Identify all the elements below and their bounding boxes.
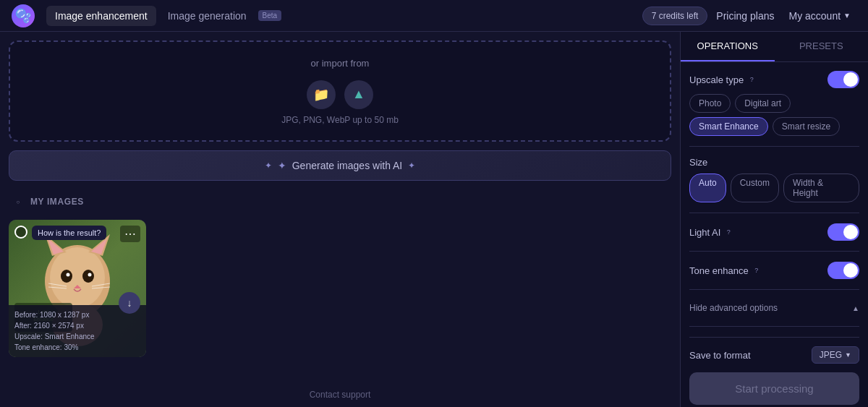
nav-tab-generation[interactable]: Image generation — [159, 6, 255, 26]
main: or import from 📁 ▲ JPG, PNG, WebP up to … — [0, 32, 868, 407]
tone-enhance-row: Tone enhance ? — [689, 262, 859, 279]
divider-5 — [689, 326, 859, 327]
generate-images-button[interactable]: ✦ ✦ Generate images with AI ✦ — [9, 150, 671, 181]
drive-button[interactable]: ▲ — [344, 80, 373, 109]
format-select[interactable]: JPEG ▼ — [812, 346, 859, 364]
sparkle-center-icon: ✦ — [278, 160, 286, 171]
tone-enhance-info-icon[interactable]: ? — [752, 265, 762, 275]
chevron-up-icon: ▲ — [852, 304, 859, 312]
image-menu-button[interactable]: ⋯ — [120, 226, 140, 242]
format-value: JPEG — [820, 350, 842, 360]
folder-icon: 📁 — [313, 87, 329, 103]
tone-enhance-toggle-knob — [843, 263, 858, 278]
sparkle-left-icon: ✦ — [265, 160, 272, 171]
collapse-icon[interactable]: ○ — [12, 195, 25, 208]
tone-enhance-toggle[interactable] — [827, 262, 859, 279]
after-info: After: 2160 × 2574 px — [14, 320, 140, 331]
divider-3 — [689, 251, 859, 252]
upscale-type-toggle[interactable] — [827, 71, 859, 88]
account-label: My account — [789, 10, 841, 22]
nav-tab-enhancement[interactable]: Image enhancement — [46, 6, 156, 26]
divider-2 — [689, 213, 859, 213]
type-option-smart-resize[interactable]: Smart resize — [773, 117, 840, 136]
upload-area[interactable]: or import from 📁 ▲ JPG, PNG, WebP up to … — [9, 40, 671, 142]
size-option-width-height[interactable]: Width & Height — [783, 173, 859, 202]
size-option-custom[interactable]: Custom — [731, 173, 779, 202]
format-row: Save to format JPEG ▼ — [689, 337, 859, 364]
type-option-digital-art[interactable]: Digital art — [735, 94, 791, 113]
chevron-down-icon: ▼ — [845, 351, 851, 359]
tab-presets[interactable]: PRESETS — [775, 32, 869, 61]
svg-point-2 — [50, 247, 105, 308]
start-processing-button[interactable]: Start processing — [689, 372, 859, 405]
tone-enhance-text: Tone enhance — [689, 265, 749, 276]
light-ai-row: Light AI ? — [689, 223, 859, 241]
upscale-type-section: Upscale type ? Photo Digital art Smart E… — [689, 71, 859, 136]
my-images-label: MY IMAGES — [30, 197, 84, 207]
divider-4 — [689, 289, 859, 290]
right-panel: OPERATIONS PRESETS Upscale type ? Photo — [680, 32, 868, 407]
tone-info: Tone enhance: 30% — [14, 342, 140, 353]
image-select-radio[interactable] — [14, 226, 27, 239]
chevron-down-icon: ▼ — [843, 12, 851, 20]
format-label: Save to format — [689, 350, 751, 361]
circle-icon: ○ — [17, 199, 20, 205]
type-option-photo[interactable]: Photo — [689, 94, 731, 113]
type-option-smart-enhance[interactable]: Smart Enhance — [689, 117, 768, 136]
contact-support-link[interactable]: Contact support — [0, 382, 680, 407]
start-btn-container: Start processing — [681, 372, 868, 407]
type-selector: Photo Digital art Smart Enhance Smart re… — [689, 94, 859, 136]
download-icon: ↓ — [127, 297, 132, 309]
hide-advanced-label: Hide advanced options — [689, 303, 778, 313]
size-section: Size Auto Custom Width & Height — [689, 157, 859, 202]
account-button[interactable]: My account ▼ — [783, 7, 857, 25]
image-tooltip: How is the result? — [32, 226, 106, 240]
beta-badge: Beta — [258, 10, 282, 21]
credits-button[interactable]: 7 credits left — [642, 7, 708, 25]
panel-content: Upscale type ? Photo Digital art Smart E… — [681, 62, 868, 372]
image-card: Let's Enhance io How is the result? ⋯ Be… — [9, 220, 146, 357]
size-label: Size — [689, 157, 859, 168]
nav-tabs: Image enhancement Image generation Beta — [46, 6, 281, 26]
upscale-type-info-icon[interactable]: ? — [746, 74, 757, 85]
tab-operations[interactable]: OPERATIONS — [681, 32, 775, 61]
tone-enhance-label: Tone enhance ? — [689, 265, 762, 276]
image-grid: Let's Enhance io How is the result? ⋯ Be… — [0, 214, 680, 363]
my-images-header: ○ MY IMAGES — [0, 189, 680, 214]
sparkle-right-icon: ✦ — [408, 160, 415, 171]
light-ai-toggle[interactable] — [827, 223, 859, 241]
hide-advanced-button[interactable]: Hide advanced options ▲ — [689, 300, 859, 316]
light-ai-info-icon[interactable]: ? — [723, 227, 733, 237]
after-label: After: — [14, 322, 32, 330]
advanced-section: Hide advanced options ▲ — [689, 300, 859, 316]
header: 🫧 Image enhancement Image generation Bet… — [0, 0, 868, 32]
upscale-type-row: Upscale type ? — [689, 71, 859, 88]
before-label: Before: — [14, 311, 38, 319]
svg-point-9 — [67, 273, 70, 277]
folder-button[interactable]: 📁 — [307, 80, 336, 109]
light-ai-toggle-knob — [843, 225, 858, 239]
upload-icons: 📁 ▲ — [307, 80, 373, 109]
size-option-auto[interactable]: Auto — [689, 173, 726, 202]
light-ai-label: Light AI ? — [689, 227, 733, 238]
before-value: 1080 x 1287 px — [40, 311, 89, 319]
upscale-type-label: Upscale type ? — [689, 74, 757, 85]
panel-tabs: OPERATIONS PRESETS — [681, 32, 868, 62]
svg-point-8 — [82, 270, 94, 283]
import-text: or import from — [311, 58, 370, 69]
upload-hint: JPG, PNG, WebP up to 50 mb — [281, 115, 399, 125]
drive-icon: ▲ — [352, 87, 365, 102]
toggle-knob — [843, 72, 858, 87]
download-button[interactable]: ↓ — [119, 292, 140, 314]
generate-label: Generate images with AI — [292, 160, 403, 171]
divider-1 — [689, 146, 859, 147]
header-right: 7 credits left Pricing plans My account … — [642, 7, 856, 25]
upscale-type-text: Upscale type — [689, 74, 744, 85]
size-options: Auto Custom Width & Height — [689, 173, 859, 202]
pricing-link[interactable]: Pricing plans — [716, 10, 774, 22]
svg-point-7 — [61, 270, 72, 283]
upscale-info: Upscale: Smart Enhance — [14, 331, 140, 342]
svg-point-10 — [88, 273, 92, 277]
logo-icon: 🫧 — [15, 8, 31, 24]
left-panel: or import from 📁 ▲ JPG, PNG, WebP up to … — [0, 32, 680, 407]
